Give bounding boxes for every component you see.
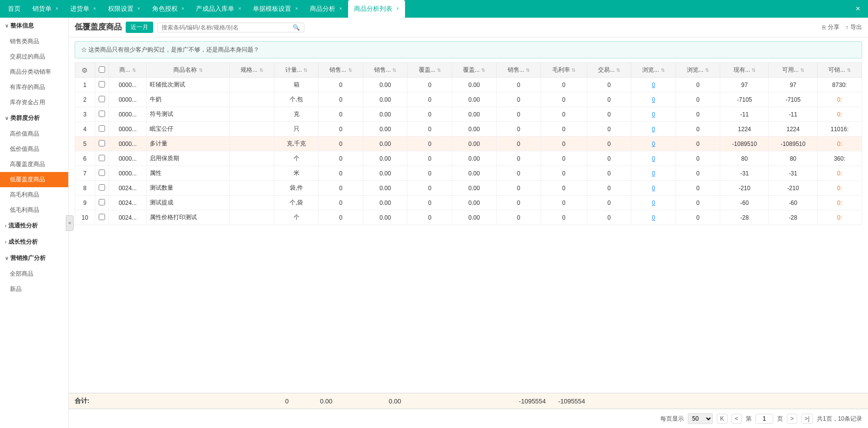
sidebar-section-growth[interactable]: › 成长性分析 — [0, 234, 68, 250]
usable-column-header[interactable]: 可用... ⇅ — [769, 63, 817, 78]
row-checkbox-cell[interactable] — [95, 92, 108, 107]
close-all-button[interactable]: × — [850, 4, 866, 13]
nav-tab-permission[interactable]: 权限设置 × — [102, 0, 146, 18]
select-all-checkbox[interactable] — [99, 66, 105, 73]
sidebar-section-marketing[interactable]: ∨ 营销推广分析 — [0, 250, 68, 266]
row-checkbox[interactable] — [99, 170, 105, 176]
sidebar-item-high-coverage[interactable]: 高覆盖度商品 — [0, 157, 68, 172]
row-checkbox-cell[interactable] — [95, 137, 108, 151]
nav-tab-product-entry[interactable]: 产成品入库单 × — [190, 0, 247, 18]
row-checkbox[interactable] — [99, 140, 105, 146]
sidebar-section-flow[interactable]: › 流通性分析 — [0, 218, 68, 234]
name-column-header[interactable]: 商品名称 ⇅ — [147, 63, 230, 78]
sidebar-item-high-value[interactable]: 高价值商品 — [0, 126, 68, 142]
close-icon[interactable]: × — [137, 0, 140, 18]
share-button[interactable]: ⎘ 分享 — [822, 23, 840, 31]
first-page-button[interactable]: K — [717, 414, 728, 424]
row-checkbox[interactable] — [99, 81, 105, 87]
nav-tab-goods-analysis[interactable]: 商品分析 × — [304, 0, 348, 18]
search-icon[interactable]: 🔍 — [293, 24, 300, 31]
row-checkbox[interactable] — [99, 96, 105, 102]
row-checkbox-cell[interactable] — [95, 166, 108, 181]
row-browse1[interactable]: 0 — [631, 137, 676, 151]
close-icon[interactable]: × — [55, 0, 58, 18]
row-checkbox[interactable] — [99, 184, 105, 191]
row-checkbox-cell[interactable] — [95, 78, 108, 92]
export-button[interactable]: ↑ 导出 — [845, 23, 862, 31]
sidebar-section-cluster[interactable]: ∨ 类群度分析 — [0, 110, 68, 126]
sidebar-collapse-button[interactable]: « — [66, 215, 74, 231]
code-column-header[interactable]: 商... ⇅ — [108, 63, 146, 78]
row-checkbox[interactable] — [99, 214, 105, 220]
close-icon[interactable]: × — [295, 0, 298, 18]
row-checkbox[interactable] — [99, 199, 105, 205]
trade-column-header[interactable]: 交易... ⇅ — [587, 63, 631, 78]
browse1-column-header[interactable]: 浏览... ⇅ — [631, 63, 676, 78]
row-browse1[interactable]: 0 — [631, 151, 676, 166]
row-browse1[interactable]: 0 — [631, 181, 676, 196]
row-checkbox[interactable] — [99, 155, 105, 161]
row-checkbox-cell[interactable] — [95, 196, 108, 210]
per-page-select[interactable]: 50 20 100 — [688, 413, 713, 424]
sidebar-item-low-value[interactable]: 低价值商品 — [0, 142, 68, 157]
nav-tab-home[interactable]: 首页 — [2, 0, 27, 18]
row-browse1[interactable]: 0 — [631, 78, 676, 92]
row-browse1[interactable]: 0 — [631, 166, 676, 181]
gross-column-header[interactable]: 毛利率 ⇅ — [541, 63, 587, 78]
row-browse1[interactable]: 0 — [631, 210, 676, 225]
sale-amount-column-header[interactable]: 销售... ⇅ — [363, 63, 407, 78]
close-icon[interactable]: × — [238, 0, 241, 18]
time-filter-button[interactable]: 近一月 — [126, 22, 153, 33]
nav-tab-role[interactable]: 角色授权 × — [146, 0, 190, 18]
row-checkbox-cell[interactable] — [95, 107, 108, 122]
table-container[interactable]: ⚙ 商... ⇅ 商品名称 ⇅ — [69, 62, 868, 393]
close-icon[interactable]: × — [182, 0, 185, 18]
sale-qty-column-header[interactable]: 销售... ⇅ — [319, 63, 363, 78]
sidebar-item-sales-goods[interactable]: 销售类商品 — [0, 34, 68, 49]
row-browse1[interactable]: 0 — [631, 122, 676, 137]
settings-icon[interactable]: ⚙ — [81, 66, 88, 74]
unit-column-header[interactable]: 计量... ⇅ — [274, 63, 319, 78]
sidebar-item-low-coverage[interactable]: 低覆盖度商品 — [0, 172, 68, 187]
sidebar-item-low-margin[interactable]: 低毛利商品 — [0, 202, 68, 218]
last-page-button[interactable]: >| — [801, 414, 813, 424]
row-browse1[interactable]: 0 — [631, 107, 676, 122]
prev-page-button[interactable]: < — [732, 414, 742, 424]
checkbox-column-header[interactable] — [95, 63, 108, 78]
row-browse1[interactable]: 0 — [631, 196, 676, 210]
close-icon[interactable]: × — [339, 0, 342, 18]
saleable-column-header[interactable]: 可销... ⇅ — [817, 63, 862, 78]
row-current: -7105 — [720, 92, 769, 107]
settings-column-header[interactable]: ⚙ — [75, 63, 95, 78]
cover1-column-header[interactable]: 覆盖... ⇅ — [407, 63, 452, 78]
sidebar-item-traded-goods[interactable]: 交易过的商品 — [0, 49, 68, 64]
nav-tab-sales[interactable]: 销货单 × — [27, 0, 64, 18]
row-checkbox[interactable] — [99, 125, 105, 132]
close-icon[interactable]: × — [396, 0, 399, 18]
sale2-column-header[interactable]: 销售... ⇅ — [496, 63, 541, 78]
close-icon[interactable]: × — [93, 0, 96, 18]
browse2-column-header[interactable]: 浏览... ⇅ — [676, 63, 720, 78]
row-checkbox-cell[interactable] — [95, 151, 108, 166]
sidebar-item-stocked-goods[interactable]: 有库存的商品 — [0, 80, 68, 95]
sidebar-item-inventory-capital[interactable]: 库存资金占用 — [0, 95, 68, 110]
page-number-input[interactable] — [756, 414, 773, 424]
sidebar-item-all-goods[interactable]: 全部商品 — [0, 266, 68, 282]
cover2-column-header[interactable]: 覆盖... ⇅ — [452, 63, 497, 78]
row-checkbox-cell[interactable] — [95, 122, 108, 137]
nav-tab-goods-analysis-list[interactable]: 商品分析列表 × — [348, 0, 405, 18]
row-checkbox[interactable] — [99, 111, 105, 117]
row-checkbox-cell[interactable] — [95, 210, 108, 225]
sidebar-item-category-rate[interactable]: 商品分类动销率 — [0, 64, 68, 80]
sidebar-item-high-margin[interactable]: 高毛利商品 — [0, 187, 68, 202]
next-page-button[interactable]: > — [787, 414, 797, 424]
search-input[interactable] — [162, 24, 291, 31]
nav-tab-template[interactable]: 单据模板设置 × — [247, 0, 304, 18]
current-column-header[interactable]: 现有... ⇅ — [720, 63, 769, 78]
spec-column-header[interactable]: 规格... ⇅ — [230, 63, 274, 78]
nav-tab-purchase[interactable]: 进货单 × — [64, 0, 102, 18]
sidebar-item-new-goods[interactable]: 新品 — [0, 282, 68, 297]
sidebar-section-overall[interactable]: ∨ 整体信息 — [0, 18, 68, 34]
row-browse1[interactable]: 0 — [631, 92, 676, 107]
row-checkbox-cell[interactable] — [95, 181, 108, 196]
